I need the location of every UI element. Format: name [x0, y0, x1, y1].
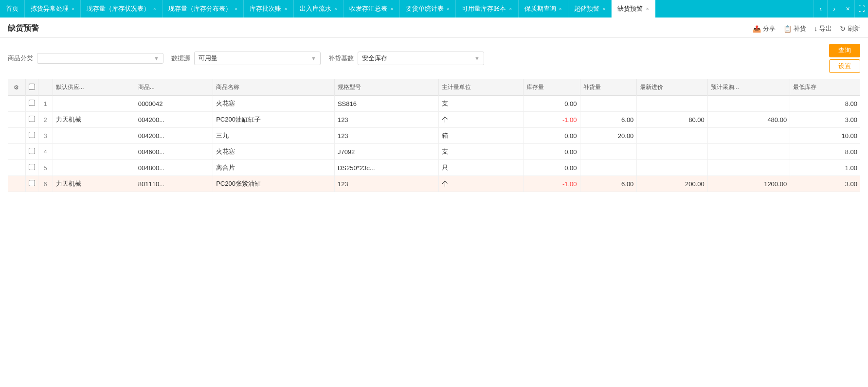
tab-close-collect-summary[interactable]: ×	[390, 6, 393, 12]
tab-inventory-dist[interactable]: 现存量（库存分布表） ×	[163, 0, 244, 18]
replenish-base-filter-group: 补货基数 安全库存 ▼	[328, 52, 484, 65]
tab-next-btn[interactable]: ›	[827, 0, 841, 18]
main-content: 缺货预警 📤 分享 📋 补货 ↓ 导出 ↻ 刷新 商品分类	[0, 18, 868, 387]
settings-button[interactable]: 设置	[829, 59, 860, 73]
tab-close-expiry-query[interactable]: ×	[559, 6, 562, 12]
table-body: 1 0000042 火花塞 SS816 支 0.00 8.00 2 力天机械 0…	[8, 96, 860, 192]
tab-close-inventory-status[interactable]: ×	[153, 6, 156, 12]
th-product-code[interactable]: 商品...	[135, 79, 213, 96]
row-stock-qty-cell: 0.00	[523, 160, 580, 176]
row-checkbox-cell[interactable]	[25, 160, 38, 176]
tab-close-inventory-dist[interactable]: ×	[235, 6, 237, 12]
category-filter-group: 商品分类 ▼	[8, 53, 163, 64]
tab-batch-account[interactable]: 库存批次账 ×	[244, 0, 293, 18]
row-min-stock-cell: 8.00	[790, 96, 860, 112]
row-product-name-cell: 火花塞	[213, 144, 335, 160]
row-gear-cell	[8, 144, 25, 160]
tab-close-available-ledger[interactable]: ×	[509, 6, 512, 12]
table-row: 3 004200... 三九 123 箱 0.00 20.00 10.00	[8, 128, 860, 144]
th-estimated-purchase[interactable]: 预计采购...	[707, 79, 790, 96]
row-supplier-cell	[53, 128, 135, 144]
row-gear-cell	[8, 128, 25, 144]
tab-close-all-btn[interactable]: ×	[841, 0, 854, 18]
tab-prev-btn[interactable]: ‹	[814, 0, 827, 18]
row-stock-qty-cell: 0.00	[523, 128, 580, 144]
tab-home[interactable]: 首页	[0, 0, 25, 18]
row-checkbox-4[interactable]	[29, 164, 35, 170]
th-spec[interactable]: 规格型号	[334, 79, 438, 96]
row-spec-cell: 123	[334, 128, 438, 144]
th-latest-price[interactable]: 最新进价	[637, 79, 707, 96]
tab-close-overstock-warning[interactable]: ×	[602, 6, 605, 12]
row-checkbox-1[interactable]	[29, 116, 35, 122]
tab-overstock-warning[interactable]: 超储预警 ×	[568, 0, 612, 18]
th-gear[interactable]: ⚙	[8, 79, 25, 96]
tab-inventory-status[interactable]: 现存量（库存状况表） ×	[81, 0, 162, 18]
datasource-filter-group: 数据源 可用量 ▼	[171, 52, 321, 65]
category-select[interactable]: ▼	[37, 53, 163, 64]
th-unit[interactable]: 主计量单位	[438, 79, 523, 96]
row-estimated-purchase-cell: 1200.00	[707, 176, 790, 192]
row-checkbox-cell[interactable]	[25, 128, 38, 144]
row-supplier-cell	[53, 96, 135, 112]
row-checkbox-5[interactable]	[29, 180, 35, 186]
table-container: ⚙ 默认供应... 商品... 商品名称	[0, 79, 868, 192]
row-min-stock-cell: 10.00	[790, 128, 860, 144]
row-checkbox-cell[interactable]	[25, 96, 38, 112]
refresh-button[interactable]: ↻ 刷新	[840, 24, 860, 33]
row-checkbox-cell[interactable]	[25, 144, 38, 160]
th-stock-qty[interactable]: 库存量	[523, 79, 580, 96]
export-button[interactable]: ↓ 导出	[814, 24, 832, 33]
row-stock-qty-cell: -1.00	[523, 176, 580, 192]
query-button[interactable]: 查询	[829, 44, 860, 57]
row-unit-cell: 个	[438, 176, 523, 192]
row-unit-cell: 个	[438, 112, 523, 128]
row-checkbox-cell[interactable]	[25, 112, 38, 128]
row-checkbox-0[interactable]	[29, 100, 35, 106]
row-replenish-qty-cell	[580, 160, 637, 176]
replenish-button[interactable]: 📋 补货	[783, 24, 806, 33]
tab-close-abnormal[interactable]: ×	[72, 6, 74, 12]
share-button[interactable]: 📤 分享	[753, 24, 776, 33]
row-num-cell: 1	[38, 96, 53, 112]
tab-demand-stat[interactable]: 要货单统计表 ×	[400, 0, 456, 18]
header-actions: 📤 分享 📋 补货 ↓ 导出 ↻ 刷新	[753, 24, 860, 33]
datasource-select[interactable]: 可用量 ▼	[194, 52, 321, 65]
th-replenish-qty[interactable]: 补货量	[580, 79, 637, 96]
tab-expiry-query[interactable]: 保质期查询 ×	[519, 0, 568, 18]
th-product-name[interactable]: 商品名称	[213, 79, 335, 96]
row-checkbox-2[interactable]	[29, 132, 35, 138]
row-num-cell: 3	[38, 128, 53, 144]
tab-abnormal[interactable]: 拣货异常处理 ×	[25, 0, 81, 18]
row-estimated-purchase-cell	[707, 96, 790, 112]
tab-close-demand-stat[interactable]: ×	[447, 6, 450, 12]
th-min-stock[interactable]: 最低库存	[790, 79, 860, 96]
row-checkbox-3[interactable]	[29, 148, 35, 154]
tab-close-shortage-warning[interactable]: ×	[646, 6, 649, 12]
tab-close-inout-flow[interactable]: ×	[334, 6, 337, 12]
tab-available-ledger[interactable]: 可用量库存账本 ×	[456, 0, 518, 18]
row-spec-cell: J7092	[334, 144, 438, 160]
row-num-cell: 5	[38, 160, 53, 176]
tab-shortage-warning[interactable]: 缺货预警 ×	[612, 0, 655, 18]
table-row: 6 力天机械 801110... PC200张紧油缸 123 个 -1.00 6…	[8, 176, 860, 192]
th-checkbox[interactable]	[25, 79, 38, 96]
row-min-stock-cell: 1.00	[790, 160, 860, 176]
row-product-code-cell: 801110...	[135, 176, 213, 192]
th-default-supplier[interactable]: 默认供应...	[53, 79, 135, 96]
row-stock-qty-cell: 0.00	[523, 144, 580, 160]
select-all-checkbox[interactable]	[29, 84, 35, 90]
row-unit-cell: 箱	[438, 128, 523, 144]
tab-close-batch-account[interactable]: ×	[284, 6, 287, 12]
row-checkbox-cell[interactable]	[25, 176, 38, 192]
replenish-base-select[interactable]: 安全库存 ▼	[358, 52, 484, 65]
row-supplier-cell: 力天机械	[53, 112, 135, 128]
row-num-cell: 6	[38, 176, 53, 192]
row-gear-cell	[8, 160, 25, 176]
row-unit-cell: 支	[438, 96, 523, 112]
tab-inout-flow[interactable]: 出入库流水 ×	[294, 0, 344, 18]
row-replenish-qty-cell	[580, 96, 637, 112]
replenish-base-chevron-icon: ▼	[474, 55, 480, 61]
tab-fullscreen-btn[interactable]: ⛶	[854, 0, 868, 18]
tab-collect-summary[interactable]: 收发存汇总表 ×	[344, 0, 399, 18]
